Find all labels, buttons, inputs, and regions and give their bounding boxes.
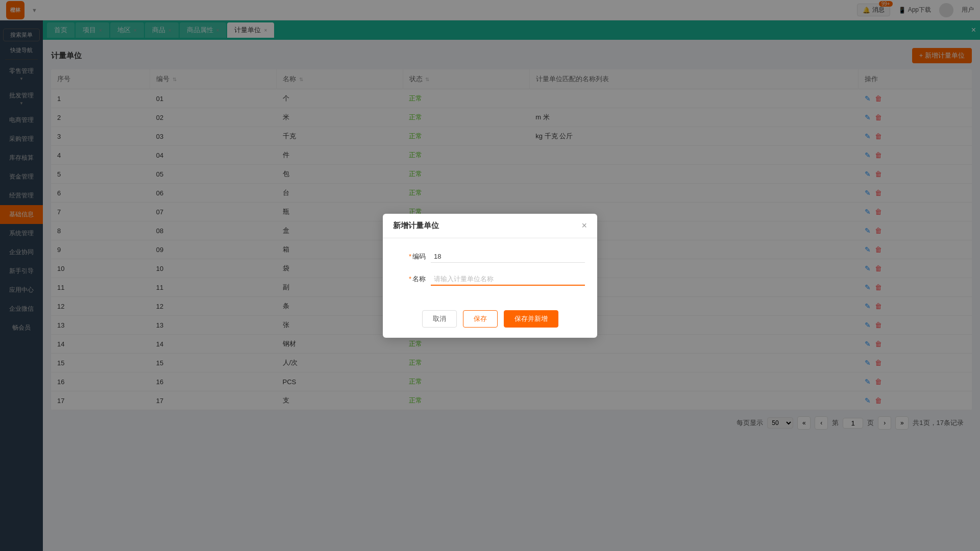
required-mark: * (409, 253, 411, 260)
modal-close-btn[interactable]: × (581, 221, 587, 230)
code-input[interactable] (431, 251, 585, 263)
code-label: *编码 (395, 252, 426, 261)
add-unit-modal: 新增计量单位 × *编码 *名称 取消 保存 保存并新增 (383, 214, 597, 338)
name-input[interactable] (431, 273, 585, 286)
save-btn[interactable]: 保存 (463, 310, 498, 328)
cancel-btn[interactable]: 取消 (422, 310, 457, 328)
modal-body: *编码 *名称 (383, 238, 597, 304)
modal-header: 新增计量单位 × (383, 214, 597, 238)
required-mark: * (409, 275, 411, 283)
modal-title: 新增计量单位 (393, 221, 439, 231)
name-label: *名称 (395, 274, 426, 284)
save-new-btn[interactable]: 保存并新增 (504, 310, 558, 328)
modal-footer: 取消 保存 保存并新增 (383, 304, 597, 338)
form-row-name: *名称 (395, 273, 585, 286)
form-row-code: *编码 (395, 251, 585, 263)
modal-overlay: 新增计量单位 × *编码 *名称 取消 保存 保存并新增 (0, 0, 980, 551)
